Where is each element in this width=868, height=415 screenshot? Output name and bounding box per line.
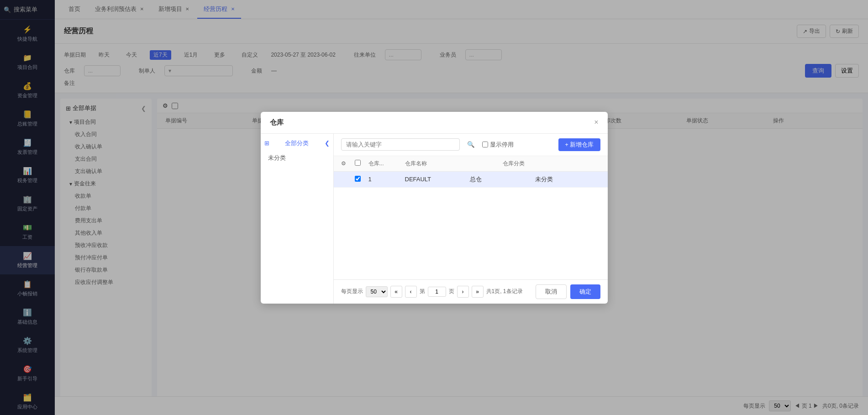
- row-code: DEFAULT: [405, 176, 470, 183]
- th-warehouse-code: 仓库...: [368, 160, 405, 168]
- modal-footer: 每页显示 50 « ‹ 第 页 › » 共1页, 1条记录: [334, 279, 608, 304]
- modal-grid-icon: ⊞: [264, 140, 269, 147]
- first-page-button[interactable]: «: [390, 286, 402, 298]
- prev-page-button[interactable]: ‹: [405, 286, 417, 298]
- add-warehouse-button[interactable]: + 新增仓库: [558, 138, 600, 151]
- modal-actions: 取消 确定: [536, 284, 600, 299]
- modal-toolbar: 🔍 显示停用 + 新增仓库: [334, 134, 608, 156]
- search-glass-icon: 🔍: [467, 141, 475, 148]
- row-check[interactable]: [355, 176, 368, 183]
- modal-overlay: 仓库 × ⊞ 全部分类 ❮ 未分类 🔍: [0, 0, 868, 415]
- th-check: [355, 160, 368, 167]
- warehouse-search-input[interactable]: [341, 138, 460, 151]
- modal-left-panel: ⊞ 全部分类 ❮ 未分类: [261, 134, 334, 304]
- modal-select-all[interactable]: [355, 160, 361, 166]
- row-checkbox[interactable]: [355, 176, 361, 182]
- modal-tree-uncategorized[interactable]: 未分类: [264, 151, 330, 165]
- th-warehouse-category: 仓库分类: [503, 160, 600, 168]
- row-category: 未分类: [535, 175, 600, 184]
- modal-total-info: 共1页, 1条记录: [486, 288, 523, 295]
- warehouse-modal: 仓库 × ⊞ 全部分类 ❮ 未分类 🔍: [261, 112, 608, 304]
- last-page-button[interactable]: »: [472, 286, 484, 298]
- page-label: 页: [449, 288, 454, 295]
- row-warehouse-name: 总仓: [470, 175, 535, 184]
- modal-left-header: ⊞ 全部分类 ❮: [264, 139, 330, 147]
- modal-collapse-icon[interactable]: ❮: [325, 140, 330, 147]
- modal-table-row[interactable]: 1 DEFAULT 总仓 未分类: [334, 172, 608, 188]
- th-warehouse-name: 仓库名称: [405, 160, 503, 168]
- warehouse-search-button[interactable]: 🔍: [463, 139, 479, 150]
- modal-header: 仓库 ×: [261, 112, 608, 134]
- show-disabled-checkbox[interactable]: [482, 142, 488, 147]
- modal-left-title: 全部分类: [285, 139, 309, 147]
- modal-right-panel: 🔍 显示停用 + 新增仓库 ⚙: [334, 134, 608, 304]
- modal-table: ⚙ 仓库... 仓库名称 仓库分类: [334, 156, 608, 279]
- confirm-button[interactable]: 确定: [570, 284, 600, 299]
- show-disabled-label: 显示停用: [482, 141, 514, 149]
- modal-body: ⊞ 全部分类 ❮ 未分类 🔍 显示停用: [261, 134, 608, 304]
- modal-title: 仓库: [270, 118, 284, 127]
- next-page-button[interactable]: ›: [457, 286, 469, 298]
- modal-page-size-select[interactable]: 50: [366, 286, 388, 297]
- modal-pagination: 每页显示 50 « ‹ 第 页 › » 共1页, 1条记录: [341, 286, 523, 298]
- page-text: 第: [420, 288, 425, 295]
- th-settings: ⚙: [341, 160, 355, 167]
- modal-page-input[interactable]: [428, 287, 446, 297]
- row-id: 1: [368, 176, 405, 183]
- modal-page-size-label: 每页显示: [341, 288, 363, 295]
- modal-table-header: ⚙ 仓库... 仓库名称 仓库分类: [334, 156, 608, 172]
- cancel-button[interactable]: 取消: [536, 284, 567, 299]
- modal-close-button[interactable]: ×: [594, 118, 598, 126]
